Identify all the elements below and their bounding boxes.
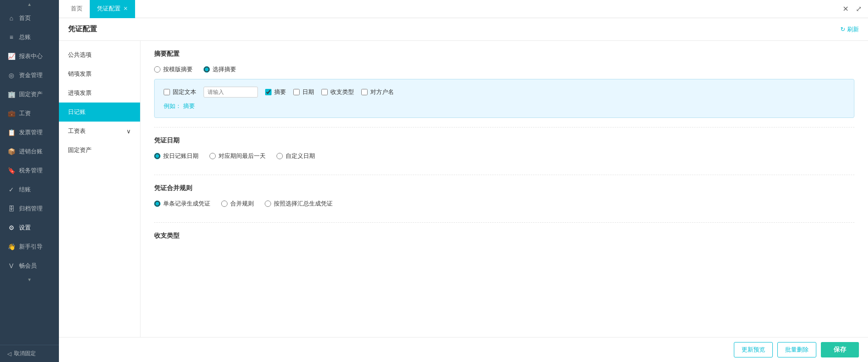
sidebar-item-guide[interactable]: 👋 新手引导 [0,237,59,256]
tab-home[interactable]: 首页 [63,0,90,18]
right-content: 摘要配置 按模版摘要 选择摘要 [141,41,868,337]
sidebar-item-ledger[interactable]: ≡ 总账 [0,28,59,47]
content-layout: 公共选项 销项发票 进项发票 日记账 工资表 ∨ 固定资产 摘要配置 [59,41,868,337]
sidebar-item-invoice-label: 发票管理 [19,128,43,137]
sidebar-item-invoice[interactable]: 📋 发票管理 [0,123,59,142]
update-preview-button[interactable]: 更新预览 [734,342,773,357]
summary-radio-group: 按模版摘要 选择摘要 [154,65,854,73]
checkbox-fixed-text-input[interactable] [164,89,170,95]
main-area: 首页 凭证配置 ✕ ✕ ⤢ 凭证配置 ↻ 刷新 公共选项 销项发票 进 [59,0,868,362]
radio-journal-date[interactable]: 按日记账日期 [154,152,199,160]
sidebar-item-inventory[interactable]: 📦 进销台账 [0,142,59,161]
left-nav-public[interactable]: 公共选项 [59,45,140,64]
bottom-bar: 更新预览 批量删除 保存 [59,337,868,362]
sidebar-item-archive[interactable]: 🗄 归档管理 [0,199,59,218]
radio-journal-date-input[interactable] [154,153,160,159]
sidebar-item-reports-label: 报表中心 [19,52,43,60]
sidebar-item-settlement[interactable]: ✓ 结账 [0,180,59,199]
checkbox-date-input[interactable] [293,89,300,95]
funds-icon: ◎ [7,72,15,79]
sidebar-scroll-down[interactable]: ▼ [0,275,59,284]
radio-template-summary[interactable]: 按模版摘要 [154,65,193,73]
sidebar-item-settings-label: 设置 [19,224,31,232]
radio-custom-date[interactable]: 自定义日期 [276,152,315,160]
sidebar-item-ledger-label: 总账 [19,33,31,41]
radio-select-merge[interactable]: 按照选择汇总生成凭证 [265,200,333,208]
voucher-date-section: 凭证日期 按日记账日期 对应期间最后一天 自定义日期 [154,137,854,175]
checkbox-fixed-text[interactable]: 固定文本 [164,88,196,96]
sidebar-item-member[interactable]: V 畅会员 [0,256,59,275]
summary-config-box: 固定文本 摘要 日期 收支类型 [154,79,854,118]
merge-rules-title: 凭证合并规则 [154,184,854,192]
radio-last-day[interactable]: 对应期间最后一天 [209,152,266,160]
left-nav-journal[interactable]: 日记账 [59,103,140,122]
checkbox-summary-input[interactable] [265,89,272,95]
sidebar-item-inventory-label: 进销台账 [19,147,43,156]
sidebar-item-member-label: 畅会员 [19,262,37,270]
sidebar-item-funds[interactable]: ◎ 资金管理 [0,66,59,85]
page-title: 凭证配置 [68,24,97,34]
left-nav-payroll-table-label: 工资表 [68,127,86,135]
guide-icon: 👋 [7,243,15,250]
radio-template-summary-input[interactable] [154,66,160,73]
expand-window-button[interactable]: ⤢ [854,3,863,15]
left-nav: 公共选项 销项发票 进项发票 日记账 工资表 ∨ 固定资产 [59,41,141,337]
checkbox-counterparty-input[interactable] [361,89,368,95]
left-nav-purchase-invoice[interactable]: 进项发票 [59,83,140,103]
checkbox-income-type-input[interactable] [321,89,328,95]
radio-merge-rules-input[interactable] [221,201,228,207]
left-nav-public-label: 公共选项 [68,51,92,59]
tax-icon: 🔖 [7,167,15,174]
reports-icon: 📈 [7,53,15,60]
radio-select-merge-input[interactable] [265,201,271,207]
tab-bar: 首页 凭证配置 ✕ ✕ ⤢ [59,0,868,18]
example-value: 摘要 [183,103,195,109]
voucher-date-title: 凭证日期 [154,137,854,145]
sidebar-item-payroll[interactable]: 💼 工资 [0,104,59,123]
radio-single-record-input[interactable] [154,201,160,207]
left-nav-fixed-assets-label: 固定资产 [68,146,92,154]
tab-close-icon[interactable]: ✕ [123,5,128,12]
sidebar-unpin-button[interactable]: ◁ 取消固定 [0,345,59,362]
checkbox-date-label: 日期 [302,88,314,96]
radio-custom-date-input[interactable] [276,153,283,159]
refresh-button[interactable]: ↻ 刷新 [840,25,859,34]
batch-delete-button[interactable]: 批量删除 [777,342,816,357]
radio-single-record[interactable]: 单条记录生成凭证 [154,200,210,208]
radio-select-summary[interactable]: 选择摘要 [204,65,236,73]
left-nav-sales-invoice[interactable]: 销项发票 [59,64,140,83]
checkbox-date[interactable]: 日期 [293,88,314,96]
tab-voucher-config[interactable]: 凭证配置 ✕ [90,0,135,18]
left-nav-purchase-invoice-label: 进项发票 [68,89,92,97]
checkbox-counterparty[interactable]: 对方户名 [361,88,394,96]
radio-merge-rules-label: 合并规则 [230,200,254,208]
refresh-label: 刷新 [847,25,859,34]
checkbox-income-type[interactable]: 收支类型 [321,88,354,96]
fixed-text-input[interactable] [204,87,258,98]
radio-select-summary-input[interactable] [204,66,210,73]
close-window-button[interactable]: ✕ [841,3,850,15]
left-nav-fixed-assets[interactable]: 固定资产 [59,141,140,160]
sidebar-item-home[interactable]: ⌂ 首页 [0,9,59,28]
save-button[interactable]: 保存 [821,342,859,357]
sidebar-item-settings[interactable]: ⚙ 设置 [0,218,59,237]
summary-config-section: 摘要配置 按模版摘要 选择摘要 [154,50,854,127]
checkbox-summary[interactable]: 摘要 [265,88,286,96]
page-header: 凭证配置 ↻ 刷新 [59,18,868,41]
sidebar-item-tax[interactable]: 🔖 税务管理 [0,161,59,180]
chevron-down-icon: ∨ [126,128,131,135]
radio-journal-date-label: 按日记账日期 [163,152,199,160]
radio-merge-rules[interactable]: 合并规则 [221,200,254,208]
sidebar-item-reports[interactable]: 📈 报表中心 [0,47,59,66]
sidebar-item-home-label: 首页 [19,14,31,22]
sidebar-scroll-up[interactable]: ▲ [0,0,59,9]
radio-select-merge-label: 按照选择汇总生成凭证 [274,200,333,208]
left-nav-payroll-table[interactable]: 工资表 ∨ [59,122,140,141]
assets-icon: 🏢 [7,91,15,98]
radio-last-day-input[interactable] [209,153,216,159]
sidebar-item-archive-label: 归档管理 [19,205,43,213]
checkbox-summary-label: 摘要 [274,88,286,96]
sidebar-item-assets[interactable]: 🏢 固定资产 [0,85,59,104]
left-nav-journal-label: 日记账 [68,108,86,116]
radio-select-summary-label: 选择摘要 [213,65,236,73]
